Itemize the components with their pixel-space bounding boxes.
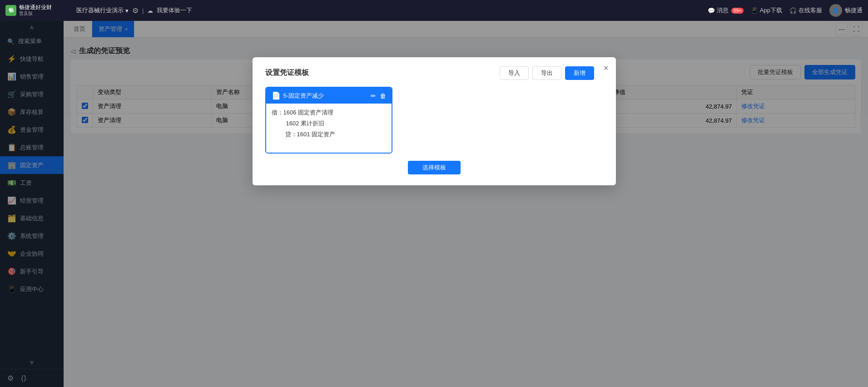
modal-close-btn[interactable]: ×	[604, 64, 609, 73]
chevron-down-icon: ▾	[125, 7, 129, 14]
phone-icon: 📱	[751, 7, 758, 14]
topbar-tools: 💬 消息 99+ 📱 App下载 🎧 在线客服 👤 畅捷通	[708, 4, 863, 17]
app-download-btn[interactable]: 📱 App下载	[751, 6, 782, 15]
template-entry-2: 1602 累计折旧	[272, 118, 386, 129]
company-name: 医疗器械行业演示	[76, 6, 124, 15]
app-version: 普及版	[19, 10, 52, 17]
template-card-body: 借：1606 固定资产清理 1602 累计折旧 贷：1601 固定资产	[266, 104, 392, 153]
avatar: 👤	[829, 4, 842, 17]
modal-toolbar: 导入 导出 新增	[500, 66, 594, 80]
messages-btn[interactable]: 💬 消息 99+	[708, 6, 744, 15]
logo-icon: 畅	[5, 5, 16, 16]
export-btn[interactable]: 导出	[532, 66, 561, 80]
experience-label[interactable]: 我要体验一下	[157, 6, 192, 15]
user-avatar-btn[interactable]: 👤 畅捷通	[829, 4, 863, 17]
select-template-container: 选择模板	[265, 161, 603, 174]
template-entry-3: 贷：1601 固定资产	[272, 129, 386, 140]
message-icon: 💬	[708, 7, 715, 14]
headset-icon: 🎧	[789, 7, 797, 14]
voucher-template-modal: 设置凭证模板 × 导入 导出 新增 📄 5-固定资产减少 ✏ 🗑 借：1	[253, 57, 616, 185]
delete-template-icon[interactable]: 🗑	[380, 92, 386, 99]
edit-template-icon[interactable]: ✏	[371, 92, 376, 99]
topbar: 畅 畅捷通好业财 普及版 医疗器械行业演示 ▾ ⚙ | ☁ 我要体验一下 💬 消…	[0, 0, 868, 21]
template-card-actions: ✏ 🗑	[371, 92, 386, 99]
template-card: 📄 5-固定资产减少 ✏ 🗑 借：1606 固定资产清理 1602 累计折旧	[265, 87, 392, 154]
template-list: 📄 5-固定资产减少 ✏ 🗑 借：1606 固定资产清理 1602 累计折旧	[265, 87, 603, 154]
modal-overlay: 设置凭证模板 × 导入 导出 新增 📄 5-固定资产减少 ✏ 🗑 借：1	[0, 21, 868, 387]
topbar-center: 医疗器械行业演示 ▾ ⚙ | ☁ 我要体验一下	[69, 6, 708, 15]
import-btn[interactable]: 导入	[500, 66, 529, 80]
template-card-title: 5-固定资产减少	[283, 92, 368, 100]
select-template-btn[interactable]: 选择模板	[408, 161, 461, 174]
template-entry-1: 借：1606 固定资产清理	[272, 107, 386, 118]
settings-icon[interactable]: ⚙	[132, 6, 139, 15]
template-card-header: 📄 5-固定资产减少 ✏ 🗑	[266, 88, 392, 104]
new-template-btn[interactable]: 新增	[565, 66, 594, 80]
user-name: 畅捷通	[845, 6, 863, 15]
template-empty-row	[272, 140, 386, 149]
app-logo: 畅 畅捷通好业财 普及版	[5, 4, 69, 17]
online-service-btn[interactable]: 🎧 在线客服	[789, 6, 822, 15]
company-selector[interactable]: 医疗器械行业演示 ▾	[76, 6, 129, 15]
avatar-icon: 👤	[833, 8, 839, 14]
app-name: 畅捷通好业财	[19, 4, 52, 10]
doc-icon: 📄	[272, 91, 281, 100]
message-badge: 99+	[731, 8, 744, 14]
cloud-icon: ☁	[147, 7, 153, 14]
